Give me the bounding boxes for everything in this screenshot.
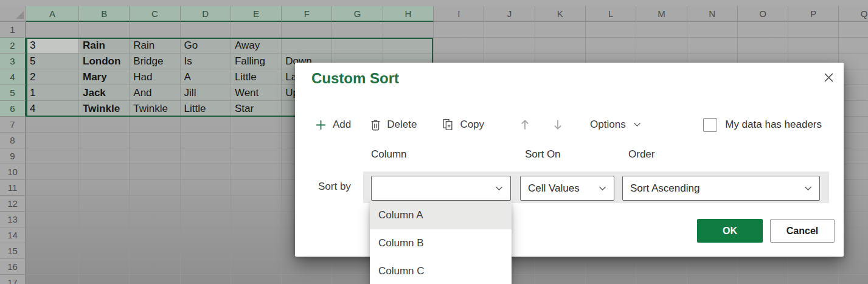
cell-C11[interactable] — [130, 180, 180, 196]
cell-D11[interactable] — [181, 180, 231, 196]
column-header-I[interactable]: I — [434, 6, 484, 22]
row-header-10[interactable]: 10 — [0, 164, 26, 180]
cell-C5[interactable]: And — [130, 85, 180, 101]
cell-C6[interactable]: Twinkle — [130, 101, 180, 117]
cell-C9[interactable] — [130, 148, 180, 164]
cell-N2[interactable] — [687, 38, 738, 54]
cell-A14[interactable] — [26, 227, 79, 243]
cell-A12[interactable] — [26, 196, 79, 212]
cell-A10[interactable] — [26, 164, 79, 180]
order-dropdown[interactable]: Sort Ascending — [622, 176, 820, 201]
row-header-17[interactable]: 17 — [0, 275, 26, 284]
copy-button[interactable]: Copy — [442, 119, 484, 131]
column-header-F[interactable]: F — [282, 6, 332, 22]
cell-M2[interactable] — [636, 38, 687, 54]
cell-E13[interactable] — [231, 212, 282, 227]
cell-M17[interactable] — [636, 275, 687, 284]
options-button[interactable]: Options — [590, 119, 641, 131]
ok-button[interactable]: OK — [697, 219, 763, 243]
cell-P17[interactable] — [788, 275, 839, 284]
row-header-4[interactable]: 4 — [0, 69, 26, 85]
menu-item-column-b[interactable]: Column B — [370, 229, 512, 257]
cell-Q16[interactable] — [839, 259, 868, 275]
cell-A15[interactable] — [26, 243, 79, 259]
cell-D6[interactable]: Little — [181, 101, 231, 117]
row-header-13[interactable]: 13 — [0, 212, 26, 227]
row-header-14[interactable]: 14 — [0, 227, 26, 243]
cell-A4[interactable]: 2 — [26, 69, 79, 85]
move-down-button[interactable] — [552, 119, 563, 131]
cell-D8[interactable] — [181, 133, 231, 148]
cell-K1[interactable] — [535, 22, 586, 38]
cell-F17[interactable] — [282, 275, 332, 284]
cell-A8[interactable] — [26, 133, 79, 148]
column-header-P[interactable]: P — [788, 6, 839, 22]
cell-A17[interactable] — [26, 275, 79, 284]
cell-A2[interactable]: 3 — [26, 38, 79, 54]
cell-N17[interactable] — [687, 275, 738, 284]
cell-C15[interactable] — [130, 243, 180, 259]
menu-item-column-c[interactable]: Column C — [370, 257, 512, 284]
cell-B13[interactable] — [79, 212, 130, 227]
cell-D13[interactable] — [181, 212, 231, 227]
delete-button[interactable]: Delete — [370, 119, 417, 131]
column-header-L[interactable]: L — [586, 6, 636, 22]
cell-D17[interactable] — [181, 275, 231, 284]
cell-B10[interactable] — [79, 164, 130, 180]
cell-E10[interactable] — [231, 164, 282, 180]
column-header-N[interactable]: N — [687, 6, 738, 22]
column-header-K[interactable]: K — [535, 6, 586, 22]
cell-A7[interactable] — [26, 117, 79, 133]
cell-D4[interactable]: A — [181, 69, 231, 85]
cell-A13[interactable] — [26, 212, 79, 227]
cell-B4[interactable]: Mary — [79, 69, 130, 85]
cell-E17[interactable] — [231, 275, 282, 284]
add-button[interactable]: Add — [315, 119, 351, 131]
cell-A9[interactable] — [26, 148, 79, 164]
cell-D16[interactable] — [181, 259, 231, 275]
cell-G2[interactable] — [332, 38, 383, 54]
cell-L2[interactable] — [586, 38, 636, 54]
cell-E16[interactable] — [231, 259, 282, 275]
cell-D14[interactable] — [181, 227, 231, 243]
cell-D12[interactable] — [181, 196, 231, 212]
cell-P16[interactable] — [788, 259, 839, 275]
row-header-16[interactable]: 16 — [0, 259, 26, 275]
cell-D1[interactable] — [181, 22, 231, 38]
cell-C2[interactable]: Rain — [130, 38, 180, 54]
cell-L1[interactable] — [586, 22, 636, 38]
cell-L16[interactable] — [586, 259, 636, 275]
move-up-button[interactable] — [519, 119, 530, 131]
cell-D7[interactable] — [181, 117, 231, 133]
cell-B16[interactable] — [79, 259, 130, 275]
cell-D3[interactable]: Is — [181, 54, 231, 69]
cell-D5[interactable]: Jill — [181, 85, 231, 101]
cell-O16[interactable] — [738, 259, 788, 275]
cell-N16[interactable] — [687, 259, 738, 275]
cell-F1[interactable] — [282, 22, 332, 38]
cell-E14[interactable] — [231, 227, 282, 243]
cell-H2[interactable] — [383, 38, 434, 54]
cell-E1[interactable] — [231, 22, 282, 38]
column-header-Q[interactable]: Q — [839, 6, 868, 22]
cell-N1[interactable] — [687, 22, 738, 38]
headers-checkbox[interactable] — [703, 118, 717, 132]
my-data-has-headers-toggle[interactable]: My data has headers — [703, 118, 822, 132]
cell-E7[interactable] — [231, 117, 282, 133]
cell-C8[interactable] — [130, 133, 180, 148]
cell-B7[interactable] — [79, 117, 130, 133]
cell-A3[interactable]: 5 — [26, 54, 79, 69]
cell-B11[interactable] — [79, 180, 130, 196]
cell-C1[interactable] — [130, 22, 180, 38]
cell-Q1[interactable] — [839, 22, 868, 38]
cell-E8[interactable] — [231, 133, 282, 148]
column-header-E[interactable]: E — [231, 6, 282, 22]
cell-P1[interactable] — [788, 22, 839, 38]
cell-C13[interactable] — [130, 212, 180, 227]
cell-Q2[interactable] — [839, 38, 868, 54]
row-header-15[interactable]: 15 — [0, 243, 26, 259]
cell-A5[interactable]: 1 — [26, 85, 79, 101]
cell-O17[interactable] — [738, 275, 788, 284]
cell-C12[interactable] — [130, 196, 180, 212]
row-header-2[interactable]: 2 — [0, 38, 26, 54]
